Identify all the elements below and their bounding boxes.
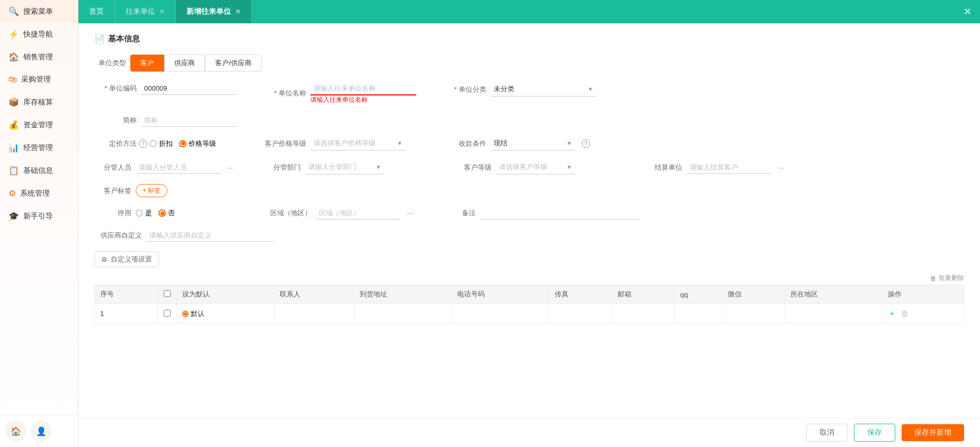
disabled-field: 停用 是 否 — [94, 208, 253, 218]
save-button[interactable]: 保存 — [854, 424, 895, 442]
sidebar-home-btn[interactable]: 🏠 — [5, 420, 26, 442]
save-new-button[interactable]: 保存并新增 — [902, 424, 964, 441]
payment-label: 收款条件 — [444, 139, 486, 148]
disabled-no-radio[interactable] — [158, 209, 166, 217]
row-delete-icon[interactable]: 🗑 — [901, 309, 909, 319]
row-address — [354, 304, 451, 324]
row-checkbox[interactable] — [164, 310, 171, 317]
unit-type-supplier[interactable]: 供应商 — [164, 55, 205, 72]
disabled-radio-group: 是 否 — [136, 208, 175, 218]
manager-input[interactable] — [136, 161, 220, 174]
sidebar-item-inventory[interactable]: 📦 库存核算 — [0, 91, 78, 113]
disabled-yes[interactable]: 是 — [136, 208, 152, 218]
supplier-custom-label: 供应商自定义 — [94, 231, 142, 240]
remark-input[interactable] — [480, 207, 639, 220]
tab-home[interactable]: 首页 — [78, 0, 115, 23]
finance-icon: 💰 — [8, 120, 19, 130]
sidebar-item-newbie[interactable]: 🎓 新手引导 — [0, 205, 78, 227]
cancel-button[interactable]: 取消 — [806, 424, 848, 442]
settlement-label: 结算单位 — [645, 163, 682, 172]
bottom-bar: 取消 保存 保存并新增 — [78, 418, 980, 447]
tag-field: 客户标签 + 标签 — [94, 184, 964, 197]
settlement-field: 结算单位 ··· — [645, 161, 964, 174]
manager-label: 分管人员 — [94, 163, 131, 172]
name-input[interactable] — [310, 82, 416, 95]
select-all-checkbox[interactable] — [164, 290, 171, 297]
sidebar-item-basic[interactable]: 📋 基础信息 — [0, 159, 78, 182]
remark-label: 备注 — [455, 208, 476, 218]
code-label: * 单位编码 — [94, 84, 137, 93]
pricing-help-icon[interactable]: ? — [139, 139, 147, 148]
row-actions: ＋ 🗑 — [883, 304, 964, 324]
customer-level-arrow: ▼ — [566, 164, 572, 170]
main-area: 首页 往来单位 ✕ 新增往来单位 ✕ ✕ 📄 基本信息 单位类型 客户 供应商 … — [78, 0, 980, 447]
batch-delete-area: 🗑 批量删除 — [94, 274, 964, 283]
manager-more[interactable]: ··· — [227, 163, 233, 172]
sidebar-item-quicknav[interactable]: ⚡ 快捷导航 — [0, 23, 78, 46]
customer-price-select[interactable]: 请选择客户价格等级 ▼ — [310, 136, 406, 151]
customer-level-select[interactable]: 请选择客户等级 ▼ — [496, 160, 575, 174]
payment-help-icon[interactable]: ? — [582, 139, 590, 148]
payment-field: 收款条件 现结 ▼ ? — [444, 136, 635, 151]
row-fax — [549, 304, 612, 324]
region-more[interactable]: ··· — [407, 209, 413, 217]
payment-select[interactable]: 现结 ▼ — [491, 136, 575, 151]
pricing-price-level-radio[interactable] — [179, 140, 186, 147]
sidebar-item-operations[interactable]: 📊 经营管理 — [0, 136, 78, 159]
unit-type-both[interactable]: 客户/供应商 — [205, 55, 262, 72]
custom-settings-button[interactable]: ⚙ 自定义项设置 — [94, 251, 159, 267]
region-input[interactable] — [316, 207, 400, 220]
system-icon: ⚙ — [8, 188, 16, 198]
pricing-discount[interactable]: 折扣 — [149, 139, 173, 148]
sidebar-item-finance[interactable]: 💰 资金管理 — [0, 113, 78, 136]
row-email — [612, 304, 675, 324]
row-add-icon[interactable]: ＋ — [888, 308, 896, 319]
col-phone: 电话号码 — [451, 285, 549, 304]
dept-select[interactable]: 请输入分管部门 ▼ — [305, 160, 385, 174]
tab-partner-list-close[interactable]: ✕ — [159, 8, 165, 15]
sidebar-user-btn[interactable]: 👤 — [31, 420, 52, 442]
tag-add-button[interactable]: + 标签 — [136, 184, 167, 197]
customer-price-arrow: ▼ — [397, 140, 403, 146]
code-name-cat-row: * 单位编码 * 单位名称 请输入往来单位名称 * 单位分类 未分类 ▼ — [94, 82, 964, 104]
pricing-price-level[interactable]: 价格等级 — [179, 139, 216, 148]
abbr-row: 简称 — [94, 114, 964, 127]
category-select[interactable]: 未分类 ▼ — [491, 82, 596, 97]
settlement-input[interactable] — [687, 161, 771, 174]
abbr-input[interactable] — [141, 114, 236, 127]
quicknav-icon: ⚡ — [8, 29, 19, 39]
sidebar-item-search[interactable]: 🔍 搜索菜单 — [0, 0, 78, 23]
supplier-custom-input[interactable] — [146, 229, 273, 242]
customer-level-field: 客户等级 请选择客户等级 ▼ — [455, 160, 635, 174]
disabled-no[interactable]: 否 — [158, 208, 175, 218]
code-input[interactable] — [141, 82, 236, 95]
tab-partner-list[interactable]: 往来单位 ✕ — [115, 0, 176, 23]
batch-delete-button[interactable]: 🗑 批量删除 — [930, 274, 964, 283]
name-error-msg: 请输入往来单位名称 — [310, 95, 416, 104]
sidebar-item-system[interactable]: ⚙ 系统管理 — [0, 182, 78, 205]
search-icon: 🔍 — [8, 6, 19, 16]
tag-label: 客户标签 — [94, 186, 131, 196]
settlement-more[interactable]: ··· — [778, 163, 784, 172]
row-qq — [675, 304, 722, 324]
row-default-radio[interactable] — [182, 311, 189, 317]
tab-new-partner-close[interactable]: ✕ — [235, 8, 240, 15]
unit-type-group: 客户 供应商 客户/供应商 — [130, 55, 262, 72]
tab-new-partner[interactable]: 新增往来单位 ✕ — [176, 0, 252, 23]
pricing-discount-radio[interactable] — [149, 140, 157, 147]
col-region: 所在地区 — [785, 285, 883, 304]
unit-type-customer[interactable]: 客户 — [130, 55, 164, 72]
col-wechat: 微信 — [722, 285, 785, 304]
customer-level-placeholder: 请选择客户等级 — [499, 162, 547, 172]
category-label: * 单位分类 — [444, 85, 486, 94]
row-index: 1 — [95, 304, 158, 324]
tag-row: 客户标签 + 标签 — [94, 184, 964, 197]
disabled-yes-radio[interactable] — [136, 209, 143, 217]
abbr-field: 简称 — [94, 114, 264, 127]
col-checkbox — [157, 285, 176, 304]
disabled-label: 停用 — [94, 208, 131, 218]
row-wechat — [722, 304, 785, 324]
sidebar-item-purchase[interactable]: 🛍 采购管理 — [0, 68, 78, 91]
tabbar-close-all[interactable]: ✕ — [964, 0, 980, 23]
sidebar-item-sales[interactable]: 🏠 销售管理 — [0, 46, 78, 68]
